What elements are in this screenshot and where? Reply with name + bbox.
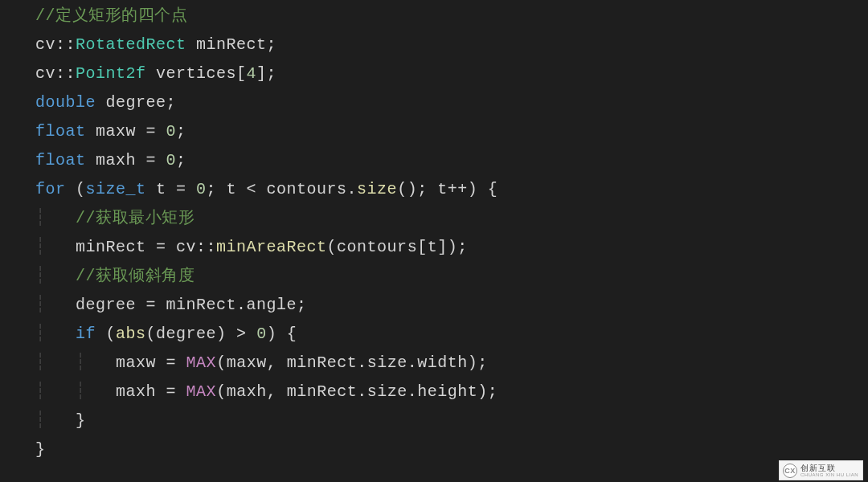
indent-guide: ┆ [35, 267, 76, 285]
indent-guide: ┆ [35, 411, 76, 430]
watermark-en: CHUANG XIN HU LIAN [800, 472, 858, 477]
code-line[interactable]: ┆ } [0, 406, 868, 435]
code-text: (degree) > [146, 325, 257, 343]
code-text: ; t < contours. [207, 180, 358, 198]
type-name: RotatedRect [76, 35, 186, 54]
indent-guide: ┆ [35, 296, 76, 314]
number-literal: 0 [256, 325, 267, 343]
code-text: maxh = [86, 151, 166, 170]
code-text: degree; [96, 93, 176, 112]
code-text: (maxh, minRect.size.height); [216, 382, 497, 401]
keyword: for [35, 180, 66, 198]
keyword: float [35, 122, 86, 141]
code-line[interactable]: ┆ ┆ maxw = MAX(maxw, minRect.size.width)… [0, 349, 868, 378]
keyword: if [76, 325, 96, 343]
code-editor[interactable]: //定义矩形的四个点 cv::RotatedRect minRect; cv::… [0, 0, 868, 482]
function-call: minAreaRect [216, 238, 327, 256]
code-line[interactable]: ┆ if (abs(degree) > 0) { [0, 320, 868, 349]
keyword: float [35, 151, 86, 170]
keyword: size_t [86, 180, 146, 198]
code-text: ]; [256, 64, 276, 83]
indent-guide: ┆ ┆ [35, 353, 116, 372]
code-line[interactable]: ┆ ┆ maxh = MAX(maxh, minRect.size.height… [0, 378, 868, 406]
code-text: ; [176, 122, 186, 141]
code-line[interactable]: //定义矩形的四个点 [0, 2, 868, 31]
watermark-text: 创新互联 CHUANG XIN HU LIAN [800, 464, 858, 477]
brace: } [76, 411, 86, 430]
code-text: maxh = [116, 382, 186, 401]
code-line[interactable]: float maxh = 0; [0, 146, 868, 175]
code-line[interactable]: cv::RotatedRect minRect; [0, 31, 868, 59]
comment-text: //获取倾斜角度 [76, 267, 194, 285]
keyword: double [35, 93, 96, 112]
code-text: (); t++) { [397, 180, 497, 198]
code-line[interactable]: cv::Point2f vertices[4]; [0, 59, 868, 88]
code-line[interactable]: ┆ minRect = cv::minAreaRect(contours[t])… [0, 233, 868, 262]
code-text: maxw = [86, 122, 166, 141]
code-text: (contours[t]); [327, 238, 468, 256]
indent-guide: ┆ [35, 209, 76, 227]
code-line[interactable]: for (size_t t = 0; t < contours.size(); … [0, 175, 868, 204]
scope-op: :: [55, 64, 76, 83]
scope-op: :: [55, 35, 76, 54]
namespace: cv [35, 64, 55, 83]
code-line[interactable]: float maxw = 0; [0, 117, 868, 146]
comment-text: //获取最小矩形 [76, 209, 194, 227]
number-literal: 4 [247, 64, 257, 83]
watermark-logo-icon: CX [783, 464, 797, 478]
code-text: t = [146, 180, 197, 198]
watermark-cn: 创新互联 [800, 464, 836, 472]
code-line[interactable]: double degree; [0, 88, 868, 117]
code-line[interactable]: } [0, 435, 868, 464]
code-text: ; [176, 151, 186, 170]
code-text: minRect = cv:: [76, 238, 216, 256]
comment-text: //定义矩形的四个点 [35, 6, 187, 25]
brace: } [35, 440, 46, 459]
code-text: (maxw, minRect.size.width); [216, 353, 488, 372]
number-literal: 0 [196, 180, 207, 198]
code-text: degree = minRect.angle; [76, 296, 307, 314]
code-text: ) { [267, 325, 297, 343]
type-name: Point2f [76, 64, 146, 83]
code-text: minRect; [186, 35, 277, 54]
code-text: vertices[ [146, 64, 247, 83]
macro-call: MAX [186, 353, 217, 372]
function-call: abs [116, 325, 146, 343]
macro-call: MAX [186, 382, 217, 401]
indent-guide: ┆ ┆ [35, 382, 116, 401]
indent-guide: ┆ [35, 238, 76, 256]
watermark-badge: CX 创新互联 CHUANG XIN HU LIAN [779, 460, 863, 480]
code-line[interactable]: ┆ //获取倾斜角度 [0, 262, 868, 291]
code-text: ( [96, 325, 116, 343]
indent-guide: ┆ [35, 325, 76, 343]
number-literal: 0 [166, 122, 177, 141]
code-text: ( [66, 180, 86, 198]
namespace: cv [35, 35, 55, 54]
number-literal: 0 [166, 151, 177, 170]
code-line[interactable]: ┆ //获取最小矩形 [0, 204, 868, 233]
function-call: size [357, 180, 397, 198]
code-line[interactable]: ┆ degree = minRect.angle; [0, 291, 868, 320]
code-text: maxw = [116, 353, 186, 372]
